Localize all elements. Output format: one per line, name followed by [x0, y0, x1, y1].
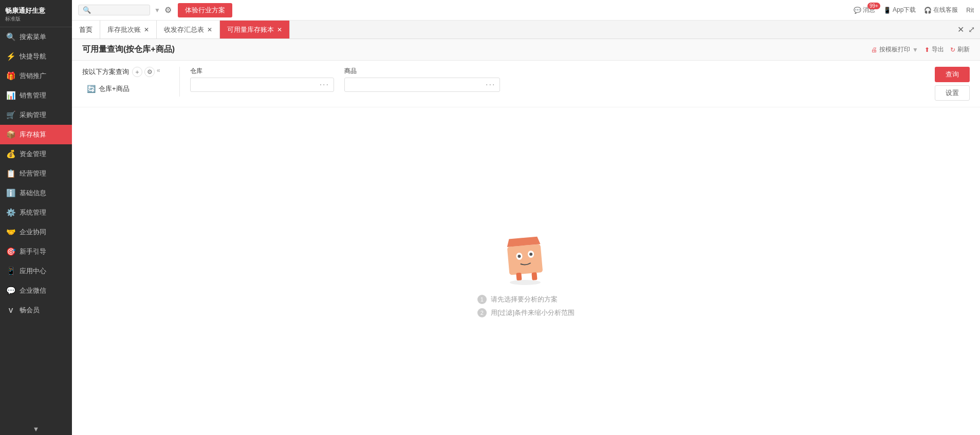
tab-label: 收发存汇总表	[164, 25, 204, 34]
sidebar-logo: 畅康通好生意	[5, 6, 67, 15]
scheme-item-label: 仓库+商品	[99, 84, 130, 93]
main-area: 🔍 ▼ ⚙ 体验行业方案 💬 消息 99+ 📱 App下载 🎧 在	[72, 0, 980, 435]
sidebar-item-label: 系统管理	[20, 208, 46, 217]
tab-close-icon[interactable]: ✕	[277, 26, 282, 33]
filter-scheme-panel: 按以下方案查询 ＋ ⚙ « 🔄 仓库+商品	[82, 67, 180, 97]
product-input-box[interactable]: ···	[344, 78, 500, 92]
warehouse-input[interactable]	[195, 81, 317, 89]
topbar-search-box[interactable]: 🔍	[78, 5, 150, 15]
sidebar-item-inventory[interactable]: 📦 库存核算	[0, 125, 72, 144]
tip-text-2: 用[过滤]条件来缩小分析范围	[491, 308, 575, 317]
sidebar-scroll-down[interactable]: ▼	[0, 423, 72, 435]
close-window-btn[interactable]: ✕	[957, 25, 964, 34]
sidebar-item-apps[interactable]: 📱 应用中心	[0, 261, 72, 281]
page-header-actions: 🖨 按模板打印 ▼ ⬆ 导出 ↻ 刷新	[871, 45, 970, 54]
sidebar-item-system[interactable]: ⚙️ 系统管理	[0, 203, 72, 222]
sidebar-item-basic[interactable]: ℹ️ 基础信息	[0, 183, 72, 203]
scheme-item-warehouse-product[interactable]: 🔄 仓库+商品	[82, 81, 174, 97]
target-icon: 🎯	[6, 247, 15, 256]
sidebar-item-label: 新手引导	[20, 247, 46, 256]
empty-illustration	[495, 225, 557, 287]
scheme-label: 按以下方案查询	[82, 67, 129, 77]
maximize-window-btn[interactable]: ⤢	[968, 25, 975, 34]
headset-icon: 🎧	[924, 7, 932, 14]
sidebar-item-guide[interactable]: 🎯 新手引导	[0, 242, 72, 261]
sidebar-item-operation[interactable]: 📋 经营管理	[0, 164, 72, 183]
product-more-icon[interactable]: ···	[486, 80, 495, 89]
search-input[interactable]	[93, 7, 144, 14]
empty-tip-2: 2 用[过滤]条件来缩小分析范围	[477, 308, 575, 317]
sidebar-item-label: 企业协同	[20, 228, 46, 237]
query-actions: 查询 设置	[930, 67, 970, 101]
tab-batch-account[interactable]: 库存批次账 ✕	[100, 21, 157, 39]
filter-fields: 仓库 ··· 商品 ···	[180, 67, 930, 92]
sidebar-item-label: 资金管理	[20, 149, 46, 159]
add-scheme-btn[interactable]: ＋	[132, 67, 142, 77]
tab-close-icon[interactable]: ✕	[207, 26, 212, 33]
filter-field-warehouse: 仓库 ···	[190, 67, 334, 92]
chevron-down-icon: ▼	[33, 425, 40, 433]
topbar-gear-icon[interactable]: ⚙	[164, 5, 172, 15]
search-icon: 🔍	[83, 6, 91, 14]
box-icon: 📦	[6, 130, 15, 139]
warehouse-label: 仓库	[190, 67, 334, 75]
sidebar-item-label: 采购管理	[20, 110, 46, 120]
sidebar-item-cooperation[interactable]: 🤝 企业协同	[0, 222, 72, 242]
sidebar-item-search[interactable]: 🔍 搜索菜单	[0, 27, 72, 47]
print-icon: 🖨	[871, 46, 877, 53]
settings-button[interactable]: 设置	[935, 85, 970, 101]
chart-icon: 📊	[6, 91, 15, 100]
refresh-label: 刷新	[957, 45, 970, 54]
export-btn[interactable]: ⬆ 导出	[924, 45, 944, 54]
empty-tip-1: 1 请先选择要分析的方案	[477, 295, 575, 304]
print-btn[interactable]: 🖨 按模板打印 ▼	[871, 45, 918, 54]
content-area: 可用量查询(按仓库+商品) 🖨 按模板打印 ▼ ⬆ 导出 ↻ 刷新	[72, 39, 980, 435]
sidebar-item-finance[interactable]: 💰 资金管理	[0, 144, 72, 164]
online-service-btn[interactable]: 🎧 在线客服	[924, 6, 958, 14]
sidebar-item-label: 企业微信	[20, 286, 46, 295]
handshake-icon: 🤝	[6, 228, 15, 237]
refresh-btn[interactable]: ↻ 刷新	[950, 45, 970, 54]
user-profile-btn[interactable]: Rit	[966, 7, 974, 14]
topbar-chevron-icon[interactable]: ▼	[154, 7, 160, 14]
page-header: 可用量查询(按仓库+商品) 🖨 按模板打印 ▼ ⬆ 导出 ↻ 刷新	[72, 39, 980, 61]
sidebar-item-label: 库存核算	[20, 130, 46, 139]
warehouse-more-icon[interactable]: ···	[320, 80, 329, 89]
export-label: 导出	[932, 45, 944, 54]
sidebar-item-purchase[interactable]: 🛒 采购管理	[0, 105, 72, 125]
product-input[interactable]	[349, 81, 483, 89]
sidebar-item-label: 基础信息	[20, 188, 46, 198]
cart-icon: 🛒	[6, 110, 15, 120]
sidebar-item-sales[interactable]: 📊 销售管理	[0, 86, 72, 105]
sidebar-item-wechat[interactable]: 💬 企业微信	[0, 281, 72, 300]
trial-btn[interactable]: 体验行业方案	[178, 3, 232, 17]
empty-tips: 1 请先选择要分析的方案 2 用[过滤]条件来缩小分析范围	[477, 295, 575, 317]
sidebar-item-marketing[interactable]: 🎁 营销推广	[0, 66, 72, 86]
filter-field-product: 商品 ···	[344, 67, 500, 92]
sidebar: 畅康通好生意 标准版 🔍 搜索菜单 ⚡ 快捷导航 🎁 营销推广 📊 销售管理 🛒	[0, 0, 72, 435]
sidebar-scroll: 🔍 搜索菜单 ⚡ 快捷导航 🎁 营销推广 📊 销售管理 🛒 采购管理 📦	[0, 27, 72, 423]
sidebar-item-shortcut[interactable]: ⚡ 快捷导航	[0, 47, 72, 66]
sidebar-item-vip[interactable]: V 畅会员	[0, 300, 72, 320]
clipboard-icon: 📋	[6, 169, 15, 178]
tab-close-icon[interactable]: ✕	[144, 26, 149, 33]
tab-available-ledger[interactable]: 可用量库存账本 ✕	[220, 21, 290, 39]
message-badge: 99+	[867, 3, 880, 9]
warehouse-input-box[interactable]: ···	[190, 78, 334, 92]
user-label: Rit	[966, 7, 974, 14]
robot-illustration	[495, 225, 557, 287]
gear-icon: ⚙️	[6, 208, 15, 217]
tab-home[interactable]: 首页	[72, 21, 100, 39]
sidebar-item-label: 销售管理	[20, 91, 46, 100]
settings-scheme-btn[interactable]: ⚙	[144, 67, 155, 77]
vip-icon: V	[6, 306, 15, 315]
message-btn[interactable]: 💬 消息 99+	[854, 6, 875, 14]
collapse-scheme-btn[interactable]: «	[157, 67, 160, 77]
gift-icon: 🎁	[6, 71, 15, 81]
svg-rect-7	[531, 272, 537, 280]
sidebar-logo-sub: 标准版	[5, 15, 67, 23]
tab-receipt-summary[interactable]: 收发存汇总表 ✕	[157, 21, 220, 39]
topbar: 🔍 ▼ ⚙ 体验行业方案 💬 消息 99+ 📱 App下载 🎧 在	[72, 0, 980, 21]
query-button[interactable]: 查询	[935, 67, 970, 82]
app-download-btn[interactable]: 📱 App下载	[883, 6, 916, 14]
